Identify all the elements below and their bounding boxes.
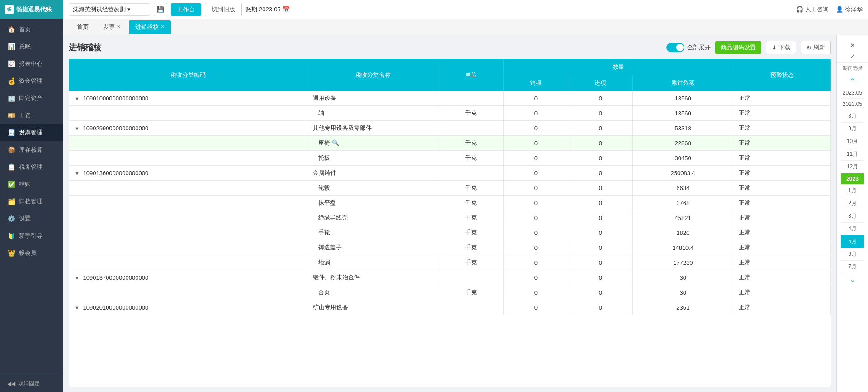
member-icon: 👑 — [7, 249, 15, 257]
invoice-icon: 🧾 — [7, 129, 15, 136]
period-item-4[interactable]: 10月 — [841, 135, 864, 148]
table-row: 托板 千克 0 0 30450 正常 — [69, 151, 831, 166]
sidebar-item-invoice[interactable]: 🧾发票管理 — [0, 124, 63, 141]
row-status: 正常 — [733, 210, 831, 225]
table-row: ▼ 10901000000000000000 通用设备 0 0 13560 正常 — [69, 91, 831, 106]
period-up-nav[interactable]: ⌃ — [848, 75, 857, 87]
commodity-code-btn[interactable]: 商品编码设置 — [715, 41, 761, 54]
expand-icon[interactable]: ▼ — [75, 126, 80, 131]
expand-icon[interactable]: ▼ — [75, 96, 80, 101]
period-item-12[interactable]: 5月 — [841, 235, 864, 248]
refresh-icon: ↻ — [807, 44, 811, 51]
save-button[interactable]: 💾 — [154, 3, 167, 16]
download-label: 下载 — [778, 43, 790, 52]
period-down-nav[interactable]: ⌄ — [848, 273, 857, 286]
period-item-10[interactable]: 3月 — [841, 210, 864, 223]
period-item-8[interactable]: 1月 — [841, 185, 864, 197]
refresh-btn[interactable]: ↻ 刷新 — [801, 41, 831, 54]
period-item-5[interactable]: 11月 — [841, 148, 864, 161]
app-logo: 畅 畅捷通易代账 — [0, 0, 63, 19]
sidebar-item-member[interactable]: 👑畅会员 — [0, 244, 63, 262]
row-total: 6634 — [633, 181, 733, 196]
sidebar-item-checkout[interactable]: ✅结账 — [0, 176, 63, 193]
sidebar-item-reports[interactable]: 📈报表中心 — [0, 55, 63, 72]
sidebar-label-tax: 税务管理 — [19, 163, 42, 171]
sidebar-item-salary[interactable]: 💴工资 — [0, 107, 63, 124]
row-code — [69, 240, 307, 255]
row-code — [69, 210, 307, 225]
sidebar-item-inventory[interactable]: 📦库存核算 — [0, 141, 63, 158]
table-row: ▼ 10901360000000000000 金属铸件 0 0 250083.4… — [69, 166, 831, 181]
expand-toggle-switch[interactable] — [666, 43, 684, 52]
reconcile-tab-close[interactable]: ✕ — [160, 24, 165, 30]
period-item-13[interactable]: 6月 — [841, 248, 864, 261]
download-btn[interactable]: ⬇ 下载 — [766, 41, 796, 54]
sidebar-item-guide[interactable]: 🔰新手引导 — [0, 227, 63, 244]
row-unit: 千克 — [439, 106, 504, 121]
expand-toggle-text: 全部展开 — [687, 43, 711, 52]
expand-icon[interactable]: ▼ — [75, 171, 80, 176]
archive-icon: 🗂️ — [7, 198, 15, 205]
consult-label: 人工咨询 — [805, 5, 829, 14]
row-code — [69, 106, 307, 121]
sidebar-item-home[interactable]: 🏠首页 — [0, 21, 63, 38]
headset-icon: 🎧 — [796, 6, 803, 13]
row-status: 正常 — [733, 225, 831, 240]
sidebar-item-finance[interactable]: 💰资金管理 — [0, 72, 63, 90]
row-purchase: 0 — [568, 136, 633, 151]
guide-icon: 🔰 — [7, 232, 15, 239]
row-code: ▼ 10902990000000000000 — [69, 121, 307, 136]
row-status: 正常 — [733, 106, 831, 121]
sidebar-item-ledger[interactable]: 📊总账 — [0, 38, 63, 55]
sidebar-item-archive[interactable]: 🗂️归档管理 — [0, 193, 63, 210]
panel-expand-btn[interactable]: ⤢ — [847, 52, 858, 61]
row-code: ▼ 10901360000000000000 — [69, 166, 307, 181]
row-status: 正常 — [733, 300, 831, 315]
row-name: 金属铸件 — [307, 166, 504, 181]
sidebar-label-home: 首页 — [19, 25, 31, 33]
page-title: 进销稽核 — [69, 42, 101, 53]
row-unit: 千克 — [439, 255, 504, 270]
sidebar-item-settings[interactable]: ⚙️设置 — [0, 210, 63, 227]
row-sale: 0 — [504, 121, 568, 136]
period-item-7[interactable]: 2023 — [841, 173, 864, 185]
period-item-0[interactable]: 2023.05 — [841, 87, 864, 99]
row-total: 30 — [633, 285, 733, 300]
tab-invoice[interactable]: 发票 ✕ — [97, 20, 127, 34]
table-row: 轮毂 千克 0 0 6634 正常 — [69, 181, 831, 196]
panel-close-btn[interactable]: ✕ — [847, 41, 858, 50]
pin-icon: ◀◀ — [7, 381, 15, 387]
search-cell-icon[interactable]: 🔍 — [332, 139, 339, 146]
row-purchase: 0 — [568, 210, 633, 225]
row-sale: 0 — [504, 166, 568, 181]
period-item-14[interactable]: 7月 — [841, 261, 864, 273]
expand-icon[interactable]: ▼ — [75, 305, 80, 311]
row-status: 正常 — [733, 196, 831, 210]
period-item-1[interactable]: 2023.05 — [841, 99, 864, 110]
period-item-3[interactable]: 9月 — [841, 123, 864, 135]
code-value: 10901000000000000000 — [83, 95, 149, 102]
code-value: 10902990000000000000 — [83, 125, 149, 132]
tab-home[interactable]: 首页 — [71, 20, 95, 34]
switch-version-button[interactable]: 切到旧版 — [205, 3, 242, 16]
user-profile[interactable]: 👤 徐泽华 — [836, 5, 863, 14]
calendar-icon[interactable]: 📅 — [283, 6, 290, 13]
period-item-9[interactable]: 2月 — [841, 197, 864, 210]
chevron-down-icon: ▾ — [127, 6, 131, 13]
table-row: 手轮 千克 0 0 1820 正常 — [69, 225, 831, 240]
period-item-6[interactable]: 12月 — [841, 161, 864, 173]
worktable-button[interactable]: 工作台 — [171, 3, 201, 16]
period-item-2[interactable]: 8月 — [841, 110, 864, 123]
invoice-tab-close[interactable]: ✕ — [117, 24, 121, 30]
tab-reconcile[interactable]: 进销稽核 ✕ — [129, 20, 171, 34]
row-code — [69, 181, 307, 196]
consult-button[interactable]: 🎧 人工咨询 — [796, 5, 829, 14]
row-code — [69, 136, 307, 151]
sidebar-item-tax[interactable]: 📋税务管理 — [0, 158, 63, 176]
sidebar-bottom-pin[interactable]: ◀◀ 取消固定 — [0, 375, 63, 392]
expand-icon[interactable]: ▼ — [75, 275, 80, 281]
sidebar-item-assets[interactable]: 🏢固定资产 — [0, 90, 63, 107]
company-selector[interactable]: 沈海英测试经营勿删 ▾ — [69, 3, 150, 16]
period-item-11[interactable]: 4月 — [841, 223, 864, 235]
row-purchase: 0 — [568, 166, 633, 181]
